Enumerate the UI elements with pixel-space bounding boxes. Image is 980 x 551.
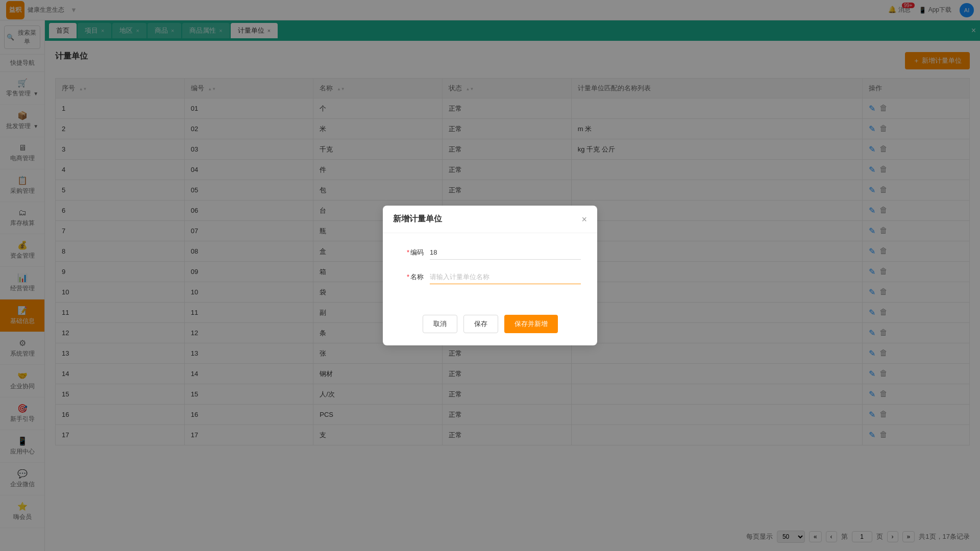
save-button[interactable]: 保存 <box>463 315 498 333</box>
modal-body: 编码 名称 <box>383 233 597 307</box>
cancel-button[interactable]: 取消 <box>423 315 457 333</box>
add-unit-modal: 新增计量单位 × 编码 名称 取消 保存 保存并新增 <box>383 206 597 345</box>
save-and-new-button[interactable]: 保存并新增 <box>504 315 558 333</box>
form-row-name: 名称 <box>399 270 581 284</box>
name-label: 名称 <box>399 272 430 282</box>
name-input[interactable] <box>430 270 581 284</box>
modal-close-button[interactable]: × <box>581 215 587 224</box>
form-row-code: 编码 <box>399 245 581 260</box>
modal-header: 新增计量单位 × <box>383 206 597 233</box>
modal-footer: 取消 保存 保存并新增 <box>383 307 597 345</box>
code-label: 编码 <box>399 248 430 257</box>
code-input[interactable] <box>430 245 581 260</box>
modal-overlay: 新增计量单位 × 编码 名称 取消 保存 保存并新增 <box>0 0 980 551</box>
modal-title: 新增计量单位 <box>393 214 442 224</box>
